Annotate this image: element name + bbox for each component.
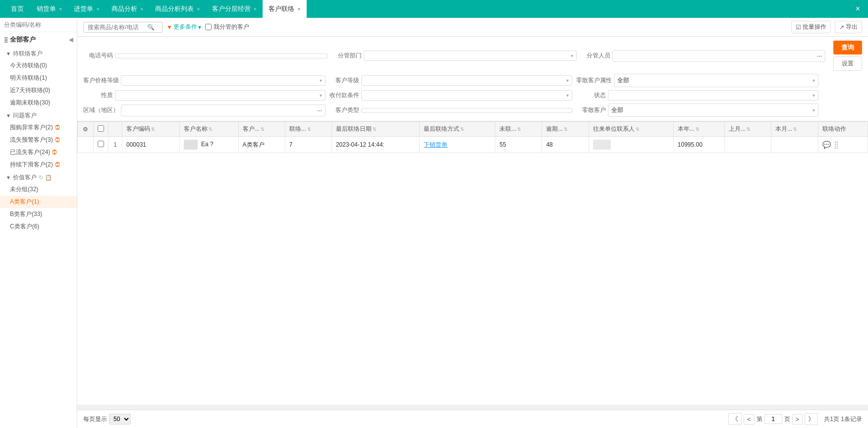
settings-btn[interactable]: 设置 xyxy=(833,56,862,71)
col-settings[interactable]: ⚙ xyxy=(78,122,94,137)
close-customer-contact-tab[interactable]: × xyxy=(297,6,300,12)
close-product-list-tab[interactable]: × xyxy=(197,6,200,12)
more-conditions-btn[interactable]: ▼ 更多条件 ▾ xyxy=(166,23,201,31)
search-icon[interactable]: 🔍 xyxy=(147,24,155,31)
nav-last-btn[interactable]: 》 xyxy=(805,413,818,425)
sidebar-item-declining[interactable]: 持续下滑客户(2) ⓵ xyxy=(0,159,77,171)
person-select[interactable]: ··· xyxy=(612,50,825,62)
row-customer-code[interactable]: 000031 xyxy=(122,137,180,153)
batch-ops-btn[interactable]: ☑ 批量操作 xyxy=(791,21,831,33)
sidebar-item-tomorrow[interactable]: 明天待联络(1) xyxy=(0,72,77,84)
action-message-icon[interactable]: 💬 xyxy=(822,141,831,149)
nav-tab-customer-segment[interactable]: 客户分层经营 × xyxy=(206,0,263,18)
all-customers-header[interactable]: ⣿ 全部客户 ◀ xyxy=(0,32,77,47)
sidebar-item-churning[interactable]: 流失预警客户(3) ⓵ xyxy=(0,134,77,146)
add-group-icon[interactable]: 📋 xyxy=(45,174,52,181)
sort-thisyear[interactable]: ⇅ xyxy=(696,127,700,132)
customer-type-input[interactable] xyxy=(361,108,572,113)
sidebar-item-a-class[interactable]: A类客户(1) xyxy=(0,196,77,208)
search-box[interactable]: 🔍 xyxy=(83,22,163,33)
sort-type[interactable]: ⇅ xyxy=(261,127,265,132)
phone-input[interactable] xyxy=(115,54,328,58)
retail-select[interactable]: 全部▾ xyxy=(608,104,818,117)
customer-level-select[interactable]: ▾ xyxy=(361,75,572,86)
nav-tab-product-analysis[interactable]: 商品分析 × xyxy=(106,0,149,18)
nature-select[interactable]: ▾ xyxy=(115,90,326,101)
sidebar-item-b-class[interactable]: B类客户(33) xyxy=(0,208,77,220)
refresh-icon[interactable]: ↻ xyxy=(39,174,43,181)
sidebar-group-value[interactable]: ▼ 价值客户 ↻ 📋 xyxy=(0,171,77,183)
retail-attr-select[interactable]: 全部▾ xyxy=(614,74,818,87)
col-this-month[interactable]: 本月...⇅ xyxy=(771,122,818,137)
horizontal-scrollbar[interactable] xyxy=(77,405,868,410)
col-last-month[interactable]: 上月...⇅ xyxy=(725,122,771,137)
sort-name[interactable]: ⇅ xyxy=(209,127,213,132)
sort-code[interactable]: ⇅ xyxy=(151,127,155,132)
row-check[interactable] xyxy=(98,141,104,147)
close-sales-tab[interactable]: × xyxy=(59,6,62,12)
export-btn[interactable]: ↗ 导出 xyxy=(835,21,862,33)
close-purchase-tab[interactable]: × xyxy=(96,6,99,12)
col-no-contact[interactable]: 未联...⇅ xyxy=(495,122,542,137)
sort-nocontact[interactable]: ⇅ xyxy=(517,127,521,132)
col-customer-type[interactable]: 客户...⇅ xyxy=(238,122,285,137)
query-btn[interactable]: 查询 xyxy=(833,41,862,54)
sidebar-item-ungrouped[interactable]: 未分组(32) xyxy=(0,183,77,196)
col-last-contact-method[interactable]: 最后联络方式⇅ xyxy=(420,122,495,137)
col-company-contact[interactable]: 往来单位联系人⇅ xyxy=(589,122,673,137)
nav-first-btn[interactable]: 《 xyxy=(728,413,742,425)
chevron-payment: ▾ xyxy=(566,93,569,98)
sidebar-group-pending[interactable]: ▼ 待联络客户 xyxy=(0,47,77,59)
sort-date[interactable]: ⇅ xyxy=(373,127,377,132)
col-checkbox[interactable] xyxy=(94,122,108,137)
col-last-contact-date[interactable]: 最后联络日期⇅ xyxy=(331,122,420,137)
sidebar-item-churned[interactable]: 已流失客户(24) ⓵ xyxy=(0,146,77,159)
sidebar-search-box[interactable]: 🔍 xyxy=(0,18,77,32)
sidebar-group-problem[interactable]: ▼ 问题客户 xyxy=(0,109,77,121)
nav-tab-purchase[interactable]: 进货单 × xyxy=(68,0,105,18)
close-all-tabs[interactable]: × xyxy=(852,2,864,15)
close-product-analysis-tab[interactable]: × xyxy=(140,6,143,12)
select-all-checkbox[interactable] xyxy=(98,125,104,132)
sort-overdue[interactable]: ⇅ xyxy=(564,127,568,132)
payment-select[interactable]: ▾ xyxy=(361,90,572,101)
sidebar-item-overdue[interactable]: 逾期未联络(30) xyxy=(0,97,77,109)
my-customers-checkbox[interactable]: 我分管的客户 xyxy=(205,23,249,31)
nav-next-btn[interactable]: > xyxy=(792,414,803,425)
nav-home[interactable]: 首页 xyxy=(4,4,31,13)
sidebar-item-7days[interactable]: 近7天待联络(0) xyxy=(0,84,77,97)
nav-tab-product-list[interactable]: 商品分析列表 × xyxy=(149,0,206,18)
price-level-select[interactable]: ▾ xyxy=(121,75,326,86)
nav-tab-sales[interactable]: 销货单 × xyxy=(31,0,68,18)
my-customers-check[interactable] xyxy=(205,24,212,30)
col-this-year[interactable]: 本年...⇅ xyxy=(673,122,724,137)
nav-tab-customer-contact[interactable]: 客户联络 × xyxy=(263,0,306,18)
row-checkbox[interactable] xyxy=(94,137,108,153)
sidebar-item-today[interactable]: 今天待联络(0) xyxy=(0,59,77,72)
sort-thismonth[interactable]: ⇅ xyxy=(793,127,797,132)
sidebar-search-input[interactable] xyxy=(4,21,77,28)
sidebar-item-hoarding[interactable]: 囤购异常客户(2) ⓵ xyxy=(0,121,77,134)
close-customer-segment-tab[interactable]: × xyxy=(254,6,257,12)
status-select[interactable]: ▾ xyxy=(608,90,818,101)
row-customer-name[interactable]: Ea ? xyxy=(179,137,238,153)
col-customer-name[interactable]: 客户名称⇅ xyxy=(179,122,238,137)
nav-prev-btn[interactable]: < xyxy=(744,414,755,425)
sort-contact[interactable]: ⇅ xyxy=(307,127,311,132)
action-qr-icon[interactable]: ⣿ xyxy=(834,141,839,149)
search-input[interactable] xyxy=(88,24,147,31)
dept-select[interactable]: ▾ xyxy=(364,51,577,61)
sidebar-item-c-class[interactable]: C类客户(6) xyxy=(0,220,77,233)
row-last-contact-method[interactable]: 下销货单 xyxy=(420,137,495,153)
filter-status: 状态 ▾ xyxy=(576,90,818,101)
per-page-select[interactable]: 50 xyxy=(109,414,131,425)
col-customer-code[interactable]: 客户编码⇅ xyxy=(122,122,180,137)
region-select[interactable]: ··· xyxy=(121,105,326,116)
sort-method[interactable]: ⇅ xyxy=(460,127,464,132)
collapse-sidebar-btn[interactable]: ◀ xyxy=(69,37,73,43)
sort-company[interactable]: ⇅ xyxy=(636,127,640,132)
sort-lastmonth[interactable]: ⇅ xyxy=(747,127,751,132)
col-overdue[interactable]: 逾期...⇅ xyxy=(542,122,589,137)
col-contact[interactable]: 联络...⇅ xyxy=(285,122,331,137)
page-input[interactable] xyxy=(764,414,782,424)
